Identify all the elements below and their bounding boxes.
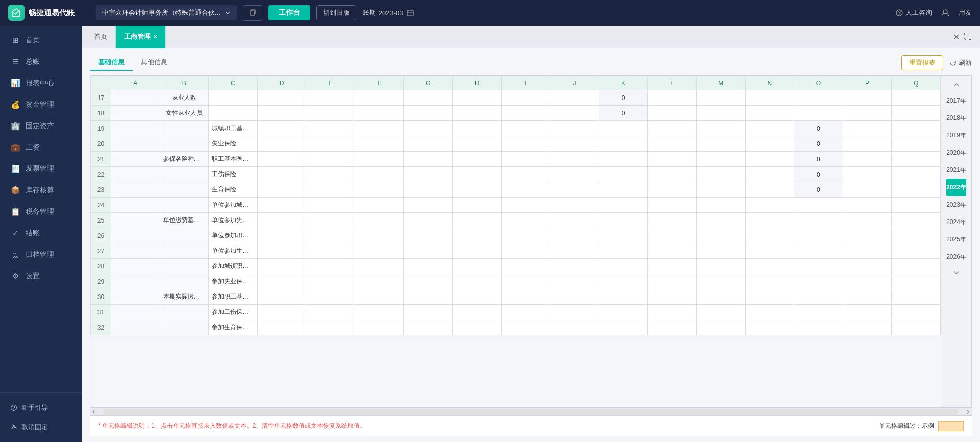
cell-b[interactable] [160,198,209,213]
cell-k[interactable] [599,213,648,228]
cell-b[interactable]: 单位缴费基数(万元) [160,213,209,228]
cell-l[interactable] [648,228,697,243]
cell-p[interactable] [843,198,892,213]
cell-c[interactable]: 参加城镇职工基本养老保险本期实际缴费金额 [209,259,258,274]
cell-b[interactable] [160,182,209,198]
cell-m[interactable] [696,320,745,335]
cell-k[interactable] [599,198,648,213]
cell-c[interactable]: 生育保险 [209,182,258,198]
year-item[interactable]: 2023年 [946,196,966,213]
year-item[interactable]: 2024年 [946,213,966,231]
table-row[interactable]: 27单位参加生育保险缴费基数 [91,243,941,259]
cell-k[interactable] [599,152,648,167]
cell-f[interactable] [355,259,404,274]
workbench-button[interactable]: 工作台 [268,5,310,20]
table-row[interactable]: 22工伤保险0 [91,167,941,182]
cell-j[interactable] [550,198,599,213]
cell-h[interactable] [453,228,502,243]
cell-a[interactable] [111,305,160,320]
cell-p[interactable] [843,213,892,228]
cell-j[interactable] [550,305,599,320]
service-button[interactable]: 人工咨询 [895,8,932,17]
cell-d[interactable] [257,136,306,152]
new-user-guide-item[interactable]: 新手引导 [0,398,82,418]
cell-o[interactable] [794,90,843,106]
cell-o[interactable]: 0 [794,121,843,136]
cell-a[interactable] [111,259,160,274]
cell-f[interactable] [355,152,404,167]
cell-n[interactable] [745,121,794,136]
cell-k[interactable] [599,182,648,198]
cell-g[interactable] [404,167,453,182]
cell-a[interactable] [111,182,160,198]
cell-q[interactable] [892,289,941,305]
cell-o[interactable] [794,274,843,289]
cell-h[interactable] [453,152,502,167]
cell-d[interactable] [257,320,306,335]
cell-c[interactable] [209,90,258,106]
cell-h[interactable] [453,289,502,305]
cell-j[interactable] [550,106,599,121]
cell-n[interactable] [745,320,794,335]
cell-g[interactable] [404,259,453,274]
cell-c[interactable]: 参加生育保险本期实际缴费金额 [209,320,258,335]
cell-g[interactable] [404,228,453,243]
cell-d[interactable] [257,228,306,243]
cell-h[interactable] [453,106,502,121]
cell-d[interactable] [257,213,306,228]
cell-g[interactable] [404,136,453,152]
cell-n[interactable] [745,259,794,274]
cell-d[interactable] [257,90,306,106]
cell-n[interactable] [745,182,794,198]
cell-j[interactable] [550,167,599,182]
sidebar-item-reports[interactable]: 📊 报表中心 [0,72,82,94]
cell-b[interactable] [160,228,209,243]
cell-d[interactable] [257,243,306,259]
cell-q[interactable] [892,121,941,136]
cell-b[interactable] [160,121,209,136]
sidebar-item-tax[interactable]: 📋 税务管理 [0,201,82,223]
cell-q[interactable] [892,243,941,259]
sidebar-item-inventory[interactable]: 📦 库存核算 [0,180,82,201]
cell-k[interactable] [599,259,648,274]
cell-l[interactable] [648,243,697,259]
cell-f[interactable] [355,136,404,152]
cell-p[interactable] [843,289,892,305]
cell-p[interactable] [843,136,892,152]
cell-p[interactable] [843,259,892,274]
sidebar-item-ledger[interactable]: ☰ 总账 [0,51,82,72]
cell-a[interactable] [111,90,160,106]
refresh-button[interactable]: 刷新 [949,58,972,67]
cell-q[interactable] [892,136,941,152]
cell-p[interactable] [843,320,892,335]
cell-p[interactable] [843,182,892,198]
cell-g[interactable] [404,90,453,106]
cell-q[interactable] [892,90,941,106]
table-row[interactable]: 18女性从业人员0 [91,106,941,121]
cell-n[interactable] [745,274,794,289]
cell-h[interactable] [453,136,502,152]
cell-m[interactable] [696,305,745,320]
sidebar-item-settings[interactable]: ⚙ 设置 [0,265,82,287]
cell-c[interactable]: 单位参加失业保险缴费基数 [209,213,258,228]
cell-c[interactable]: 工伤保险 [209,167,258,182]
cell-j[interactable] [550,320,599,335]
cell-f[interactable] [355,228,404,243]
cell-j[interactable] [550,152,599,167]
cell-i[interactable] [501,106,550,121]
cell-q[interactable] [892,228,941,243]
cell-m[interactable] [696,259,745,274]
cell-m[interactable] [696,121,745,136]
cell-l[interactable] [648,259,697,274]
cell-g[interactable] [404,198,453,213]
cell-o[interactable] [794,106,843,121]
table-row[interactable]: 31参加工伤保险本期实际缴费金额 [91,305,941,320]
cell-m[interactable] [696,90,745,106]
cell-c[interactable]: 单位参加生育保险缴费基数 [209,243,258,259]
cell-f[interactable] [355,167,404,182]
cell-o[interactable]: 0 [794,152,843,167]
cell-k[interactable] [599,289,648,305]
cell-j[interactable] [550,274,599,289]
cell-b[interactable] [160,274,209,289]
cell-a[interactable] [111,320,160,335]
